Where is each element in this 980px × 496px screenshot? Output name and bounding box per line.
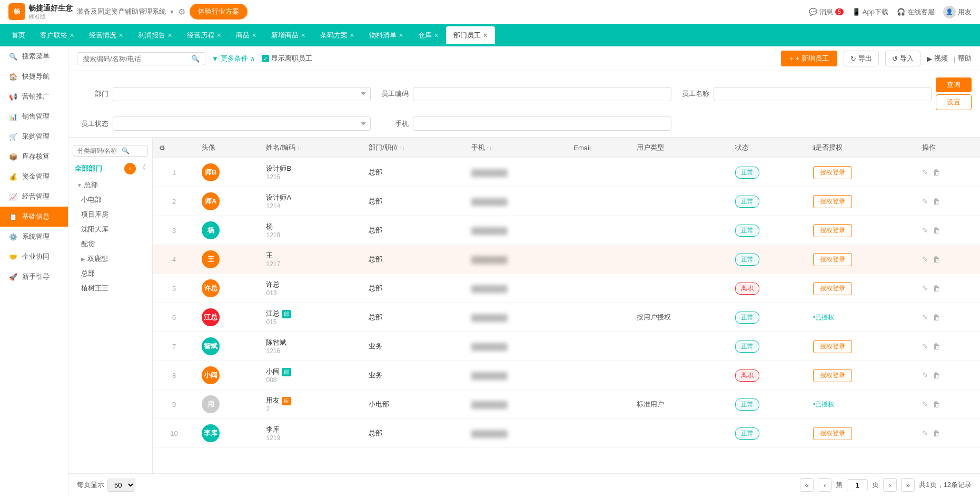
tree-item-headquarters-child[interactable]: 总部 — [68, 266, 152, 281]
sidebar-item-cooperation[interactable]: 🤝 企业协同 — [0, 247, 68, 267]
edit-button[interactable]: ✎ — [922, 255, 928, 264]
status-filter-select[interactable] — [113, 116, 371, 131]
tree-item-project[interactable]: 项目库房 — [68, 207, 152, 222]
edit-button[interactable]: ✎ — [922, 429, 928, 437]
online-service-button[interactable]: 🎧 在线客服 — [897, 7, 935, 17]
tree-item-electronics[interactable]: 小电部 — [68, 192, 152, 207]
sidebar-item-system[interactable]: ⚙️ 系统管理 — [0, 227, 68, 247]
edit-button[interactable]: ✎ — [922, 168, 928, 177]
th-name[interactable]: 姓名/编码 — [260, 138, 362, 158]
auth-login-button[interactable]: 授权登录 — [813, 166, 852, 179]
th-settings[interactable]: ⚙ — [153, 138, 195, 158]
edit-button[interactable]: ✎ — [922, 371, 928, 380]
nav-tab-addgoods[interactable]: 新增商品 ✕ — [264, 26, 313, 44]
tree-item-headquarters-parent[interactable]: ▼ 总部 — [68, 178, 152, 192]
close-icon[interactable]: ✕ — [434, 32, 439, 39]
settings-button[interactable]: 设置 — [936, 94, 972, 110]
delete-button[interactable]: 🗑 — [933, 342, 940, 351]
auth-login-button[interactable]: 授权登录 — [813, 282, 852, 295]
tree-item-shuanglu[interactable]: ▶ 双鹿想 — [68, 251, 152, 266]
prev-page-button[interactable]: ‹ — [818, 478, 831, 492]
delete-button[interactable]: 🗑 — [933, 371, 940, 380]
delete-button[interactable]: 🗑 — [933, 400, 940, 409]
close-icon[interactable]: ✕ — [483, 32, 488, 39]
search-input[interactable] — [83, 55, 188, 63]
close-icon[interactable]: ✕ — [167, 32, 172, 39]
nav-tab-employees[interactable]: 部门员工 ✕ — [446, 26, 495, 44]
delete-button[interactable]: 🗑 — [933, 168, 940, 177]
employee-name-input[interactable] — [714, 87, 932, 101]
delete-button[interactable]: 🗑 — [933, 284, 940, 293]
page-number-input[interactable] — [847, 479, 868, 491]
sidebar-item-basic-info[interactable]: 📋 基础信息 — [0, 207, 68, 227]
add-employee-button[interactable]: + + 新增员工 — [781, 51, 837, 66]
show-resign-checkbox[interactable]: ✓ 显示离职员工 — [262, 54, 312, 63]
close-icon[interactable]: ✕ — [301, 32, 305, 39]
auth-login-button[interactable]: 授权登录 — [813, 224, 852, 237]
auth-login-button[interactable]: 授权登录 — [813, 427, 852, 440]
delete-button[interactable]: 🗑 — [933, 313, 940, 322]
collapse-icon[interactable]: 《 — [139, 163, 146, 174]
dept-search-input[interactable] — [77, 147, 120, 154]
th-dept[interactable]: 部门/职位 — [362, 138, 465, 158]
edit-button[interactable]: ✎ — [922, 226, 928, 235]
more-filter-button[interactable]: ▼ 更多条件 ∧ — [212, 54, 255, 63]
sidebar-item-management[interactable]: 📈 经营管理 — [0, 187, 68, 207]
edit-button[interactable]: ✎ — [922, 284, 928, 293]
nav-tab-process[interactable]: 经营历程 ✕ — [180, 26, 229, 44]
nav-tab-warehouse[interactable]: 仓库 ✕ — [411, 26, 446, 44]
sidebar-item-finance[interactable]: 💰 资金管理 — [0, 167, 68, 187]
delete-button[interactable]: 🗑 — [933, 429, 940, 437]
th-phone[interactable]: 手机 — [465, 138, 567, 158]
view-button[interactable]: ▶ 视频 — [927, 54, 948, 63]
close-icon[interactable]: ✕ — [216, 32, 221, 39]
edit-button[interactable]: ✎ — [922, 400, 928, 409]
auth-login-button[interactable]: 授权登录 — [813, 369, 852, 382]
sidebar-item-navigation[interactable]: 🏠 快捷导航 — [0, 66, 68, 86]
close-icon[interactable]: ✕ — [399, 32, 403, 39]
import-button[interactable]: ↺ 导入 — [885, 51, 920, 66]
sidebar-item-inventory[interactable]: 📦 库存核算 — [0, 147, 68, 167]
nav-tab-bom[interactable]: 物料清单 ✕ — [362, 26, 411, 44]
nav-tab-goods[interactable]: 商品 ✕ — [229, 26, 264, 44]
dept-add-button[interactable]: + — [124, 163, 136, 174]
help-button[interactable]: | 帮助 — [954, 54, 972, 63]
user-menu[interactable]: 👤 用友 — [943, 6, 972, 18]
close-icon[interactable]: ✕ — [118, 32, 123, 39]
sidebar-item-purchase[interactable]: 🛒 采购管理 — [0, 127, 68, 147]
table-settings-icon[interactable]: ⚙ — [159, 144, 165, 152]
nav-tab-operation[interactable]: 经营情况 ✕ — [82, 26, 131, 44]
first-page-button[interactable]: « — [800, 478, 814, 492]
nav-tab-customer[interactable]: 客户联络 ✕ — [33, 26, 82, 44]
message-button[interactable]: 💬 消息 5 — [809, 7, 844, 17]
edit-button[interactable]: ✎ — [922, 197, 928, 206]
close-icon[interactable]: ✕ — [252, 32, 256, 39]
phone-input[interactable] — [413, 116, 671, 131]
delete-button[interactable]: 🗑 — [933, 197, 940, 206]
trial-button[interactable]: 体验行业方案 — [190, 4, 248, 20]
dept-filter-select[interactable] — [113, 87, 371, 101]
app-download-button[interactable]: 📱 App下载 — [852, 7, 888, 17]
sidebar-item-guide[interactable]: 🚀 新手引导 — [0, 267, 68, 287]
next-page-button[interactable]: › — [883, 478, 897, 492]
sidebar-item-search[interactable]: 🔍 搜索菜单 — [0, 46, 68, 66]
export-button[interactable]: ↻ 导出 — [844, 51, 879, 66]
edit-button[interactable]: ✎ — [922, 342, 928, 351]
nav-tab-home[interactable]: 首页 — [4, 26, 33, 44]
nav-tab-barcode[interactable]: 条码方案 ✕ — [313, 26, 362, 44]
query-button[interactable]: 查询 — [936, 77, 972, 92]
nav-tab-profit[interactable]: 利润报告 ✕ — [131, 26, 180, 44]
tree-item-wangsan[interactable]: 植树王三 — [68, 281, 152, 296]
delete-button[interactable]: 🗑 — [933, 255, 940, 264]
sidebar-item-sales[interactable]: 📊 销售管理 — [0, 106, 68, 127]
close-icon[interactable]: ✕ — [350, 32, 354, 39]
edit-button[interactable]: ✎ — [922, 313, 928, 322]
last-page-button[interactable]: » — [901, 478, 915, 492]
page-size-select[interactable]: 50 — [107, 479, 135, 492]
auth-login-button[interactable]: 授权登录 — [813, 340, 852, 353]
employee-code-input[interactable] — [413, 87, 671, 101]
sidebar-item-marketing[interactable]: 📢 营销推广 — [0, 86, 68, 106]
auth-login-button[interactable]: 授权登录 — [813, 253, 852, 266]
close-icon[interactable]: ✕ — [70, 32, 74, 39]
dropdown-arrow-icon[interactable]: ▾ — [170, 8, 174, 16]
